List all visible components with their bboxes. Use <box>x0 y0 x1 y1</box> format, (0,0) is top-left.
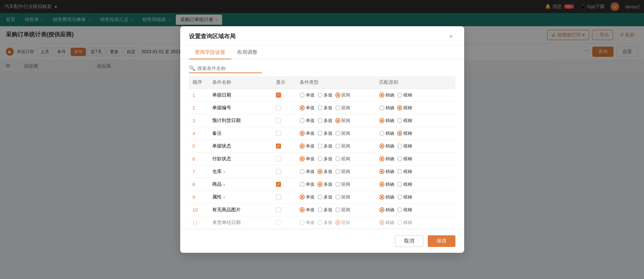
search-icon: 🔍 <box>189 65 195 71</box>
tab-layout-adjust[interactable]: 布局调整 <box>231 46 263 59</box>
search-box: 🔍 <box>189 64 262 73</box>
modal-header: 设置查询区域布局 × <box>180 26 464 46</box>
modal-title: 设置查询区域布局 <box>189 33 236 40</box>
modal-dialog: 设置查询区域布局 × 查询字段设置 布局调整 🔍 顺序 <box>180 26 464 73</box>
modal-tabs: 查询字段设置 布局调整 <box>180 46 464 59</box>
modal-search-area: 🔍 <box>180 59 464 73</box>
modal-close-button[interactable]: × <box>447 32 455 41</box>
tab-query-fields[interactable]: 查询字段设置 <box>189 46 231 59</box>
modal-backdrop: 设置查询区域布局 × 查询字段设置 布局调整 🔍 顺序 <box>0 0 644 73</box>
search-input[interactable] <box>197 66 256 71</box>
